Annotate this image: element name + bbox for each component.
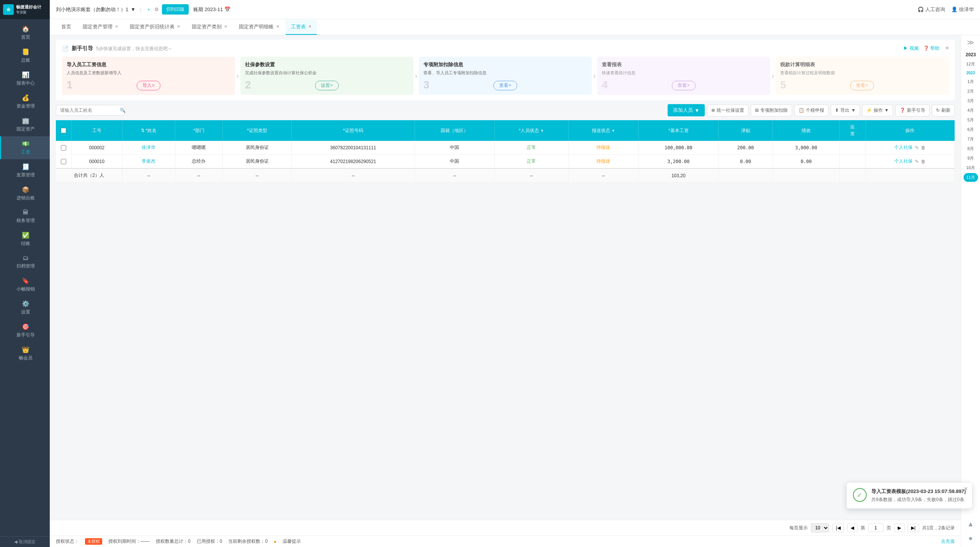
social-insurance-button[interactable]: ⊕ 统一社保设置 — [707, 105, 748, 116]
intro-step-4-btn[interactable]: 查看> — [672, 81, 695, 90]
guide-button[interactable]: ❓ 新手引导 — [895, 105, 929, 116]
tax-report-button[interactable]: 📋 个税申报 — [794, 105, 828, 116]
calendar-month-1[interactable]: 1月 — [964, 77, 978, 86]
calendar-month-7[interactable]: 7月 — [964, 135, 978, 144]
calendar-month-3[interactable]: 3月 — [964, 96, 978, 105]
video-link[interactable]: ▶ 视频 — [903, 45, 918, 52]
ai-consult-btn[interactable]: 🎧 人工咨询 — [918, 6, 945, 13]
per-page-select[interactable]: 10 20 50 — [811, 523, 829, 532]
intro-step-2-btn[interactable]: 设置> — [315, 81, 338, 90]
select-all-checkbox[interactable] — [61, 128, 66, 133]
row0-action-social[interactable]: 个人社保 — [894, 144, 913, 151]
export-button[interactable]: ⬆ 导出 ▼ — [831, 105, 860, 116]
sidebar-item-settings[interactable]: ⚙️ 设置 — [0, 296, 50, 319]
sidebar-item-member[interactable]: 👑 畅会员 — [0, 342, 50, 365]
row1-edit-icon[interactable]: ✎ — [915, 159, 919, 164]
app-edition: 专业版 — [16, 10, 41, 15]
tab-fixed-assets-detail[interactable]: 固定资产明细账 ✕ — [234, 20, 285, 35]
panel-expand-button[interactable]: ≫ — [967, 38, 974, 47]
unfix-button[interactable]: ◀ 取消固定 — [0, 536, 50, 547]
tab-payroll-table[interactable]: 工资表 ✕ — [286, 20, 317, 35]
toast-close-button[interactable]: ✕ — [964, 486, 968, 492]
tab-fixed-assets-category-close[interactable]: ✕ — [224, 24, 227, 29]
add-employee-button[interactable]: 添加人员 ▼ — [668, 104, 705, 116]
help-link[interactable]: ❓ 帮助 — [923, 45, 939, 52]
tab-fixed-assets-detail-close[interactable]: ✕ — [276, 24, 279, 29]
row0-name-link[interactable]: 徐泽华 — [142, 145, 155, 150]
panel-up-icon[interactable]: ▲ — [966, 519, 976, 530]
tab-fixed-assets-category[interactable]: 固定资产类别 ✕ — [186, 20, 233, 35]
row1-name-link[interactable]: 李俊杰 — [142, 158, 155, 164]
panel-icons: ▲ ● — [966, 519, 976, 544]
row1-select-checkbox[interactable] — [61, 159, 66, 164]
add-account-icon[interactable]: ＋ — [146, 6, 151, 13]
row1-id-number: 412702198206290521 — [292, 155, 415, 169]
calendar-month-5[interactable]: 5月 — [964, 116, 978, 124]
settings-gear-icon[interactable]: ⚙ — [154, 7, 159, 12]
row0-edit-icon[interactable]: ✎ — [915, 145, 919, 150]
calendar-month-9[interactable]: 9月 — [964, 154, 978, 163]
tab-home[interactable]: 首页 — [56, 20, 77, 35]
col-status[interactable]: *人员状态 ▼ — [495, 120, 568, 141]
tab-payroll-table-close[interactable]: ✕ — [308, 24, 312, 29]
sidebar-item-guide[interactable]: 🎯 新手引导 — [0, 319, 50, 342]
closing-icon: ✅ — [22, 232, 29, 239]
account-selector[interactable]: 刘小艳演示账套（勿删勿动！）1 ▼ — [56, 6, 136, 13]
tab-fixed-assets-mgmt-close[interactable]: ✕ — [115, 24, 118, 29]
next-page-button[interactable]: ▶ — [894, 524, 905, 532]
prev-page-button[interactable]: ◀ — [847, 524, 858, 532]
col-report-status[interactable]: 报送状态 ▼ — [568, 120, 639, 141]
calendar-month-12[interactable]: 12月 — [964, 60, 978, 69]
sidebar-item-ledger[interactable]: 📒 总账 — [0, 44, 50, 67]
period-selector[interactable]: 账期 2023-11 📅 — [193, 6, 231, 13]
calendar-month-4[interactable]: 4月 — [964, 106, 978, 115]
summary-dash-4: -- — [292, 168, 415, 183]
sidebar-item-inventory[interactable]: 📦 进销台账 — [0, 182, 50, 205]
intro-guide-close-button[interactable]: ✕ — [945, 45, 949, 51]
tab-fixed-assets-depreciation[interactable]: 固定资产折旧统计表 ✕ — [124, 20, 186, 35]
sidebar-item-reports[interactable]: 📊 报表中心 — [0, 67, 50, 90]
intro-step-5-btn[interactable]: 查看> — [850, 81, 874, 90]
calendar-month-10[interactable]: 10月 — [964, 163, 978, 172]
row1-delete-icon[interactable]: 🗑 — [921, 159, 926, 164]
operations-button[interactable]: ⚡ 操作 ▼ — [862, 105, 893, 116]
row1-action-social[interactable]: 个人社保 — [894, 158, 913, 165]
right-panel: ≫ 2023 12月 2023 1月 2月 3月 4月 5月 6月 7月 8月 … — [961, 35, 980, 547]
row1-name[interactable]: 李俊杰 — [122, 155, 175, 169]
calendar-month-2[interactable]: 2月 — [964, 87, 978, 96]
charge-link[interactable]: 去充值 — [941, 538, 955, 545]
sidebar-item-payroll[interactable]: 💵 工资 — [0, 136, 50, 159]
intro-step-1-btn[interactable]: 导入> — [137, 81, 160, 90]
intro-step-3-btn[interactable]: 查看> — [493, 81, 517, 90]
calendar-month-11[interactable]: 11月 — [964, 173, 978, 182]
first-page-button[interactable]: |◀ — [832, 524, 844, 532]
sidebar-item-closing[interactable]: ✅ 结账 — [0, 228, 50, 251]
sidebar-item-home[interactable]: 🏠 首页 — [0, 21, 50, 44]
row0-delete-icon[interactable]: 🗑 — [921, 145, 926, 150]
panel-down-icon[interactable]: ● — [967, 533, 974, 544]
switch-version-button[interactable]: 切到旧版 — [162, 4, 189, 15]
search-input[interactable] — [60, 108, 118, 113]
tab-fixed-assets-depreciation-close[interactable]: ✕ — [177, 24, 180, 29]
sidebar-item-expenses[interactable]: 🔖 小畅报销 — [0, 273, 50, 296]
page-number-input[interactable] — [868, 524, 884, 532]
col-name[interactable]: ⇅ *姓名 — [122, 120, 175, 141]
last-page-button[interactable]: ▶| — [908, 524, 919, 532]
sidebar-item-invoices[interactable]: 🧾 发票管理 — [0, 159, 50, 182]
row0-name[interactable]: 徐泽华 — [122, 141, 175, 155]
tab-fixed-assets-mgmt[interactable]: 固定资产管理 ✕ — [77, 20, 124, 35]
calendar-month-8[interactable]: 8月 — [964, 144, 978, 153]
sidebar-item-fixed-assets[interactable]: 🏢 固定资产 — [0, 113, 50, 136]
auth-used-label: 已用授权：0 — [197, 538, 222, 545]
row0-select-checkbox[interactable] — [61, 145, 66, 150]
sidebar-item-tax[interactable]: 🏛 税务管理 — [0, 205, 50, 228]
user-profile-btn[interactable]: 👤 徐泽华 — [951, 6, 974, 13]
refresh-button[interactable]: ↻ 刷新 — [932, 105, 955, 116]
headset-icon: 🎧 — [918, 7, 924, 12]
calendar-month-6[interactable]: 6月 — [964, 125, 978, 134]
tax-deduction-button[interactable]: ⊞ 专项附加扣除 — [751, 105, 792, 116]
sidebar-item-archive[interactable]: 🗂 归档管理 — [0, 251, 50, 273]
sidebar-item-finance[interactable]: 💰 资金管理 — [0, 90, 50, 113]
main-area: 刘小艳演示账套（勿删勿动！）1 ▼ | ＋ ⚙ 切到旧版 账期 2023-11 … — [50, 0, 980, 547]
topbar-divider: | — [140, 7, 141, 12]
